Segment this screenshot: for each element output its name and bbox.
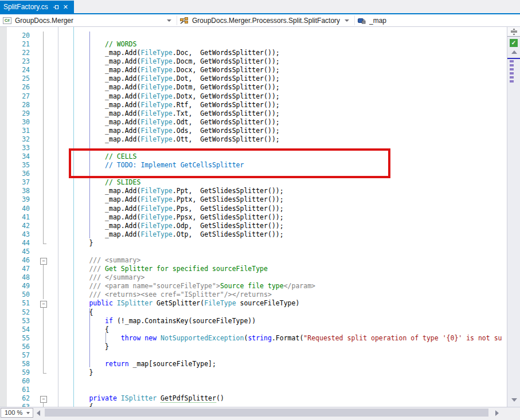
code-line[interactable]: 46 /// <summary> xyxy=(0,256,507,265)
code-line[interactable]: 47 /// Get Splitter for specified source… xyxy=(0,265,507,273)
code-line[interactable]: 40 _map.Add(FileType.Pps, GetSlidesSplit… xyxy=(0,205,507,213)
line-number: 59 xyxy=(7,368,36,377)
line-number: 33 xyxy=(7,144,36,152)
code-editor[interactable]: 2021 // WORDS22 _map.Add(FileType.Doc, G… xyxy=(0,27,507,407)
line-number: 53 xyxy=(7,317,36,325)
fold-collapse-button[interactable] xyxy=(36,256,53,265)
editor-bottom-bar: 100 % xyxy=(0,407,520,420)
code-line[interactable]: 32 _map.Add(FileType.Ott, GetWordsSplitt… xyxy=(0,135,507,144)
code-text: _map.Add(FileType.Txt, GetWordsSplitter(… xyxy=(53,109,507,118)
code-line[interactable]: 26 _map.Add(FileType.Dotm, GetWordsSplit… xyxy=(0,83,507,92)
code-line[interactable]: 49 /// <param name="sourceFileType">Sour… xyxy=(0,282,507,291)
code-text: _map.Add(FileType.Dotm, GetWordsSplitter… xyxy=(53,83,507,92)
code-line[interactable]: 57 xyxy=(0,351,507,360)
code-line[interactable]: 22 _map.Add(FileType.Doc, GetWordsSplitt… xyxy=(0,49,507,57)
hscroll-left-arrow-icon[interactable] xyxy=(37,410,40,416)
fold-margin xyxy=(36,144,53,152)
vertical-scrollbar[interactable]: ✓ xyxy=(507,27,520,407)
close-icon[interactable]: ✕ xyxy=(63,4,68,10)
type-dropdown[interactable]: GroupDocs.Merger.Processors.Split.SplitF… xyxy=(177,14,354,26)
code-text: /// <summary> xyxy=(53,256,507,265)
code-line[interactable]: 28 _map.Add(FileType.Rtf, GetWordsSplitt… xyxy=(0,101,507,109)
pin-icon[interactable] xyxy=(53,4,59,10)
line-number: 23 xyxy=(7,57,36,66)
scrollbar-change-marks xyxy=(510,60,514,84)
zoom-level-select[interactable]: 100 % xyxy=(1,408,33,418)
red-highlight-annotation xyxy=(69,148,390,178)
fold-margin xyxy=(36,265,53,273)
code-line[interactable]: 24 _map.Add(FileType.Docx, GetWordsSplit… xyxy=(0,66,507,74)
tab-splitfactory[interactable]: SplitFactory.cs ✕ xyxy=(0,1,74,13)
scroll-down-arrow-icon[interactable] xyxy=(511,398,517,402)
code-line[interactable]: 27 _map.Add(FileType.Dotx, GetWordsSplit… xyxy=(0,92,507,101)
code-line[interactable]: 54 { xyxy=(0,325,507,334)
code-line[interactable]: 51 public ISplitter GetSplitter(FileType… xyxy=(0,299,507,308)
code-line[interactable]: 48 /// </summary> xyxy=(0,273,507,282)
code-line[interactable]: 63 { xyxy=(0,403,507,407)
code-line[interactable]: 61 xyxy=(0,386,507,394)
code-line[interactable]: 55 throw new NotSupportedException(strin… xyxy=(0,334,507,343)
code-line[interactable]: 52 { xyxy=(0,308,507,317)
code-line[interactable]: 42 _map.Add(FileType.Odp, GetSlidesSplit… xyxy=(0,222,507,230)
scrollbar-mark xyxy=(510,68,514,70)
fold-margin xyxy=(36,282,53,291)
line-number: 20 xyxy=(7,32,36,40)
scrollbar-caret-line xyxy=(507,58,520,59)
code-text: _map.Add(FileType.Odp, GetSlidesSplitter… xyxy=(53,222,507,230)
code-line[interactable]: 31 _map.Add(FileType.Ods, GetWordsSplitt… xyxy=(0,127,507,135)
line-number: 50 xyxy=(7,291,36,299)
fold-margin xyxy=(36,403,53,407)
code-text xyxy=(53,351,507,360)
code-line[interactable]: 58 return _map[sourceFileType]; xyxy=(0,360,507,368)
member-dropdown[interactable]: _map xyxy=(355,14,520,26)
code-text xyxy=(53,32,507,40)
code-line[interactable]: 62 private ISplitter GetPdfSplitter() xyxy=(0,394,507,403)
code-line[interactable]: 21 // WORDS xyxy=(0,40,507,49)
horizontal-scrollbar-thumb[interactable] xyxy=(45,409,488,417)
fold-margin xyxy=(36,118,53,127)
code-line[interactable]: 25 _map.Add(FileType.Dot, GetWordsSplitt… xyxy=(0,74,507,83)
code-line[interactable]: 43 _map.Add(FileType.Otp, GetSlidesSplit… xyxy=(0,230,507,239)
code-text: } xyxy=(53,368,507,377)
code-line[interactable]: 38 _map.Add(FileType.Ppt, GetSlidesSplit… xyxy=(0,187,507,195)
project-dropdown[interactable]: C# GroupDocs.Merger xyxy=(0,14,177,26)
line-number: 60 xyxy=(7,377,36,386)
fold-margin xyxy=(36,308,53,317)
scrollbar-mark xyxy=(510,76,514,78)
fold-collapse-button[interactable] xyxy=(36,299,53,308)
code-line[interactable]: 56 } xyxy=(0,343,507,351)
code-line[interactable]: 59 } xyxy=(0,368,507,377)
code-text xyxy=(53,248,507,256)
split-window-button[interactable] xyxy=(507,27,520,37)
code-line[interactable]: 60 xyxy=(0,377,507,386)
code-text: private ISplitter GetPdfSplitter() xyxy=(53,394,507,403)
code-text: _map.Add(FileType.Ppsx, GetSlidesSplitte… xyxy=(53,213,507,222)
code-line[interactable]: 53 if (!_map.ContainsKey(sourceFileType)… xyxy=(0,317,507,325)
line-number: 25 xyxy=(7,74,36,83)
code-line[interactable]: 50 /// <returns><see cref="ISplitter"/><… xyxy=(0,291,507,299)
line-number: 24 xyxy=(7,66,36,74)
code-line[interactable]: 41 _map.Add(FileType.Ppsx, GetSlidesSpli… xyxy=(0,213,507,222)
code-line[interactable]: 44 } xyxy=(0,239,507,248)
code-line[interactable]: 23 _map.Add(FileType.Docm, GetWordsSplit… xyxy=(0,57,507,66)
code-text: _map.Add(FileType.Otp, GetSlidesSplitter… xyxy=(53,230,507,239)
line-number: 51 xyxy=(7,299,36,308)
code-text: _map.Add(FileType.Pptx, GetSlidesSplitte… xyxy=(53,195,507,204)
fold-margin xyxy=(36,127,53,135)
code-line[interactable]: 29 _map.Add(FileType.Txt, GetWordsSplitt… xyxy=(0,109,507,118)
fold-margin xyxy=(36,57,53,66)
code-line[interactable]: 39 _map.Add(FileType.Pptx, GetSlidesSpli… xyxy=(0,195,507,204)
code-health-indicator[interactable]: ✓ xyxy=(510,39,518,47)
fold-collapse-button[interactable] xyxy=(36,394,53,403)
line-number: 39 xyxy=(7,195,36,204)
line-number: 22 xyxy=(7,49,36,57)
scroll-up-arrow-icon[interactable] xyxy=(511,50,517,54)
code-line[interactable]: 37 // SLIDES xyxy=(0,178,507,187)
line-number: 58 xyxy=(7,360,36,368)
line-number: 44 xyxy=(7,239,36,248)
hscroll-right-arrow-icon[interactable] xyxy=(495,410,499,416)
code-line[interactable]: 30 _map.Add(FileType.Odt, GetWordsSplitt… xyxy=(0,118,507,127)
code-line[interactable]: 45 xyxy=(0,248,507,256)
line-number: 21 xyxy=(7,40,36,49)
code-line[interactable]: 20 xyxy=(0,32,507,40)
